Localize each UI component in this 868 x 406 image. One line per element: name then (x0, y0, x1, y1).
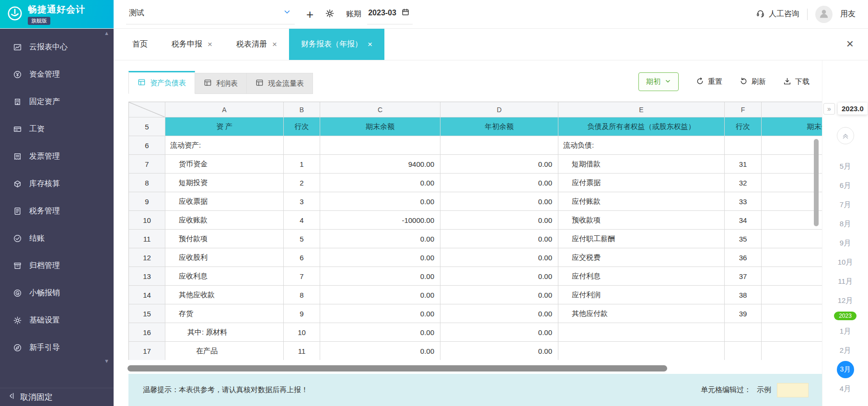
workspace-select[interactable]: 测试 (126, 4, 295, 24)
sheet-cell[interactable]: 应收票据 (165, 192, 284, 211)
column-header-C[interactable]: C (320, 102, 440, 117)
sidebar-item-guide[interactable]: 新手引导 (0, 334, 114, 361)
sheet-header-cell[interactable]: 年初余额 (440, 117, 558, 136)
sheet-cell[interactable]: 应付利息 (558, 267, 725, 286)
sheet-header-cell[interactable]: 行次 (725, 117, 762, 136)
sheet-cell[interactable]: 9400.00 (320, 155, 440, 174)
support-link[interactable]: 人工咨询 (756, 9, 799, 20)
month-item-5月[interactable]: 5月 (822, 157, 868, 176)
sheet-header-cell[interactable]: 期末余额 (320, 117, 440, 136)
sidebar-unpin-button[interactable]: 取消固定 (0, 388, 114, 406)
sheet-cell[interactable]: 0.00 (320, 304, 440, 323)
sheet-cell[interactable] (762, 248, 822, 267)
sidebar-item-archive[interactable]: 归档管理 (0, 252, 114, 279)
reset-button[interactable]: 重置 (696, 77, 722, 87)
sheet-cell[interactable]: 应付账款 (558, 192, 725, 211)
sheet-cell[interactable]: 应收股利 (165, 248, 284, 267)
row-number-14[interactable]: 14 (129, 286, 165, 304)
sheet-cell[interactable] (558, 323, 725, 342)
tab-2[interactable]: 税表清册× (224, 29, 289, 60)
sheet-cell[interactable]: 2 (284, 174, 320, 192)
month-item-3月[interactable]: 3月 (822, 360, 868, 379)
sheet-cell[interactable] (725, 136, 762, 155)
sheet-cell[interactable]: 8 (284, 286, 320, 304)
horizontal-scrollbar[interactable] (127, 365, 667, 371)
tab-1[interactable]: 税务申报× (160, 29, 224, 60)
download-button[interactable]: 下载 (783, 77, 810, 87)
sheet-cell[interactable]: 0.00 (440, 267, 558, 286)
sheet-cell[interactable]: 预付款项 (165, 230, 284, 248)
sheet-cell[interactable]: 0.00 (440, 323, 558, 342)
sheet-cell[interactable] (320, 136, 440, 155)
column-header-D[interactable]: D (440, 102, 558, 117)
sheet-cell[interactable]: 0.00 (440, 192, 558, 211)
sheet-cell[interactable]: 其他应收款 (165, 286, 284, 304)
sheet-cell[interactable]: -10000.00 (320, 211, 440, 230)
sheet-cell[interactable]: 应付职工薪酬 (558, 230, 725, 248)
sheet-cell[interactable]: 0.00 (440, 286, 558, 304)
sheet-cell[interactable]: 0.00 (320, 192, 440, 211)
sheet-cell[interactable]: 0.00 (320, 248, 440, 267)
sheet-header-cell[interactable]: 行次 (284, 117, 320, 136)
sheet-cell[interactable] (762, 174, 822, 192)
sheet-header-cell[interactable]: 期末余额 (762, 117, 822, 136)
row-number-5[interactable]: 5 (129, 117, 165, 136)
sheet-cell[interactable]: 0.00 (440, 174, 558, 192)
sheet-cell[interactable]: 其中: 原材料 (165, 323, 284, 342)
sheet-cell[interactable]: 34 (725, 211, 762, 230)
sheet-cell[interactable]: 应收账款 (165, 211, 284, 230)
sheet-cell[interactable] (762, 267, 822, 286)
tab-close-icon[interactable]: × (368, 40, 372, 49)
column-header-F[interactable]: F (725, 102, 762, 117)
double-chevron-up-icon[interactable] (837, 127, 854, 144)
sheet-cell[interactable]: 在产品 (165, 342, 284, 360)
tab-close-icon[interactable]: × (272, 40, 277, 49)
row-number-12[interactable]: 12 (129, 248, 165, 267)
sheet-cell[interactable] (762, 286, 822, 304)
sidebar-item-settings[interactable]: 基础设置 (0, 307, 114, 334)
refresh-button[interactable]: 刷新 (740, 77, 766, 87)
month-item-10月[interactable]: 10月 (822, 253, 868, 272)
row-number-8[interactable]: 8 (129, 174, 165, 192)
month-item-12月[interactable]: 12月 (822, 291, 868, 310)
sheet-cell[interactable]: 短期借款 (558, 155, 725, 174)
sheet-cell[interactable]: 1 (284, 155, 320, 174)
row-number-17[interactable]: 17 (129, 342, 165, 360)
tab-0[interactable]: 首页 (120, 29, 160, 60)
sheet-cell[interactable]: 38 (725, 286, 762, 304)
row-number-16[interactable]: 16 (129, 323, 165, 342)
sheet-cell[interactable]: 货币资金 (165, 155, 284, 174)
report-tab-2[interactable]: 现金流量表 (247, 73, 313, 94)
avatar[interactable] (815, 6, 833, 23)
sheet-cell[interactable]: 4 (284, 211, 320, 230)
sidebar-scroll-down-icon[interactable]: ▼ (104, 358, 109, 364)
sidebar-item-invoice[interactable]: 发票管理 (0, 143, 114, 170)
sidebar-item-reimburse[interactable]: 小畅报销 (0, 279, 114, 307)
sheet-cell[interactable]: 0.00 (440, 342, 558, 360)
month-item-6月[interactable]: 6月 (822, 176, 868, 195)
sheet-cell[interactable]: 5 (284, 230, 320, 248)
row-number-9[interactable]: 9 (129, 192, 165, 211)
close-page-icon[interactable]: × (846, 37, 854, 50)
sheet-cell[interactable]: 32 (725, 174, 762, 192)
row-number-15[interactable]: 15 (129, 304, 165, 323)
sheet-cell[interactable] (762, 304, 822, 323)
sheet-cell[interactable]: 0.00 (320, 174, 440, 192)
sheet-cell[interactable]: 应收利息 (165, 267, 284, 286)
sheet-cell[interactable] (440, 136, 558, 155)
sheet-cell[interactable]: 35 (725, 230, 762, 248)
sheet-cell[interactable]: 0.00 (440, 155, 558, 174)
sheet-cell[interactable]: 36 (725, 248, 762, 267)
sheet-cell[interactable] (762, 211, 822, 230)
sheet-cell[interactable]: 7 (284, 267, 320, 286)
column-header-partial[interactable] (762, 102, 822, 117)
sheet-cell[interactable] (762, 192, 822, 211)
report-tab-0[interactable]: 资产负债表 (128, 71, 195, 94)
sidebar-item-closing[interactable]: 结账 (0, 225, 114, 252)
sheet-cell[interactable]: 37 (725, 267, 762, 286)
sheet-cell[interactable]: 流动负债: (558, 136, 725, 155)
sheet-cell[interactable]: 3 (284, 192, 320, 211)
sheet-cell[interactable]: 0.00 (320, 286, 440, 304)
tab-close-icon[interactable]: × (208, 40, 212, 49)
sidebar-item-cloud-report[interactable]: 云报表中心 (0, 34, 114, 61)
